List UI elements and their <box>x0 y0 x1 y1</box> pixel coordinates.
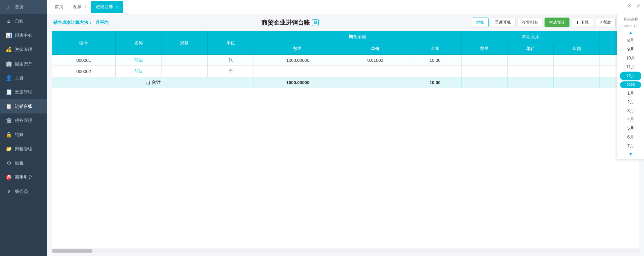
sidebar-item-reports[interactable]: 📊 报表中心 <box>0 28 47 43</box>
sidebar-item-label: 发票管理 <box>15 89 32 95</box>
month-item-8[interactable]: 8月 <box>617 36 644 45</box>
col-in-qty: 数量 <box>461 43 507 55</box>
month-item-12[interactable]: 12月 <box>620 72 641 80</box>
month-item-2023-4[interactable]: 4月 <box>617 115 644 124</box>
month-nav-down[interactable]: ▼ <box>617 150 644 158</box>
month-panel-title: 月份选择 <box>623 16 638 23</box>
cell-code: 000002 <box>52 66 116 77</box>
tab-home-label: 首页 <box>55 4 63 10</box>
reconcile-button[interactable]: 对账 <box>472 18 489 27</box>
home-icon: ⌂ <box>5 4 12 10</box>
sidebar-item-funds[interactable]: 💰 资金管理 <box>0 43 47 57</box>
sidebar-item-archive[interactable]: 📁 归档管理 <box>0 142 47 156</box>
total-row: 📊 合计 1000.00000 10.00 <box>52 77 639 88</box>
inventory-table-container: 编号 名称 规格 单位 期初余额 本期入库 数 数量 单价 金额 数量 单价 <box>52 31 639 248</box>
sidebar-item-member[interactable]: V 畅会员 <box>0 184 47 199</box>
sidebar-item-close-accounts[interactable]: 🔒 结账 <box>0 128 47 142</box>
cell-in-amount <box>554 55 600 66</box>
col-code: 编号 <box>52 31 116 55</box>
sidebar-item-home[interactable]: ⌂ 首页 <box>0 0 47 14</box>
sidebar-item-inventory[interactable]: 📋 进销台账 <box>0 99 47 113</box>
table-row[interactable]: 000002 前缸 个 <box>52 66 639 77</box>
cell-spec <box>162 66 208 77</box>
month-item-10[interactable]: 10月 <box>617 54 644 62</box>
cell-opening-qty <box>254 66 342 77</box>
total-opening-amount: 10.00 <box>409 77 461 88</box>
sidebar-item-invoice-mgmt[interactable]: 🧾 发票管理 <box>0 85 47 99</box>
cost-method: 销售成本计算方法： 月平均 <box>52 20 109 26</box>
member-icon: V <box>5 189 12 194</box>
sidebar-item-label: 进销台账 <box>15 103 32 109</box>
col-in-price: 单价 <box>507 43 554 55</box>
col-opening-qty: 数量 <box>254 43 342 55</box>
tab-inventory-close[interactable]: × <box>116 5 118 9</box>
cell-spec <box>162 55 208 66</box>
sidebar-item-ledger[interactable]: ≡ 总账 <box>0 14 47 28</box>
total-in-price <box>507 77 554 88</box>
month-item-2023-3[interactable]: 3月 <box>617 106 644 115</box>
month-item-11[interactable]: 11月 <box>617 62 644 71</box>
reports-icon: 📊 <box>5 32 12 39</box>
col-name: 名称 <box>115 31 162 55</box>
total-label-cell: 📊 合计 <box>52 77 254 88</box>
cell-opening-amount <box>409 66 461 77</box>
tab-invoice-close[interactable]: × <box>84 5 86 9</box>
save-alias-button[interactable]: 存货别名 <box>518 18 543 27</box>
col-opening-price: 单价 <box>342 43 409 55</box>
cell-opening-qty: 1000.00000 <box>254 55 342 66</box>
tab-inventory-label: 进销台账 <box>96 4 113 10</box>
cell-in-qty <box>461 55 507 66</box>
month-item-2023-7[interactable]: 7月 <box>617 142 644 150</box>
reopen-button[interactable]: 重新开账 <box>491 18 516 27</box>
help-button[interactable]: ? 帮助 <box>595 18 616 27</box>
sidebar-item-label: 工资 <box>15 75 24 81</box>
sidebar-item-assets[interactable]: 🏢 固定资产 <box>0 57 47 71</box>
sidebar-item-settings[interactable]: ⚙ 设置 <box>0 156 47 170</box>
download-button[interactable]: ⬇ 下载 <box>572 18 593 27</box>
total-opening-qty: 1000.00000 <box>254 77 342 88</box>
salary-icon: 👤 <box>5 75 12 81</box>
cell-unit: 只 <box>208 55 254 66</box>
month-nav-up[interactable]: ▲ <box>617 29 644 36</box>
cell-opening-price <box>342 66 409 77</box>
total-in-qty <box>461 77 507 88</box>
col-spec: 规格 <box>162 31 208 55</box>
generate-voucher-button[interactable]: 生成凭证 <box>545 18 569 27</box>
scrollbar-thumb[interactable] <box>52 249 92 253</box>
month-item-2023-5[interactable]: 5月 <box>617 124 644 133</box>
month-item-2023-1[interactable]: 1月 <box>617 89 644 98</box>
maximize-window-button[interactable]: ⤢ <box>635 3 641 9</box>
close-accounts-icon: 🔒 <box>5 132 12 138</box>
title-icon[interactable]: 目 <box>312 19 319 26</box>
tab-home[interactable]: 首页 <box>50 1 68 13</box>
download-icon: ⬇ <box>576 20 579 25</box>
tab-invoice[interactable]: 发票 × <box>68 1 91 13</box>
month-item-2023-6[interactable]: 6月 <box>617 133 644 142</box>
sidebar-item-guide[interactable]: 🎯 新手引导 <box>0 170 47 184</box>
col-unit: 单位 <box>208 31 254 55</box>
sidebar-item-label: 设置 <box>15 160 24 166</box>
sidebar-item-salary[interactable]: 👤 工资 <box>0 71 47 85</box>
month-item-2023-2[interactable]: 2月 <box>617 98 644 106</box>
close-window-button[interactable]: ✕ <box>626 3 633 9</box>
cell-name: 前缸 <box>115 55 162 66</box>
table-row[interactable]: 000001 前缸 只 1000.00000 0.01000 10.00 <box>52 55 639 66</box>
sidebar-item-tax[interactable]: 🏦 税务管理 <box>0 113 47 128</box>
sidebar-item-label: 资金管理 <box>15 47 32 53</box>
page-title: 商贸企业进销台账 <box>261 19 310 27</box>
horizontal-scrollbar[interactable] <box>52 249 639 253</box>
col-in-amount: 金额 <box>554 43 600 55</box>
invoice-mgmt-icon: 🧾 <box>5 89 12 95</box>
total-in-amount <box>554 77 600 88</box>
col-group-in: 本期入库 <box>461 31 600 43</box>
window-controls: ✕ ⤢ <box>626 3 641 9</box>
assets-icon: 🏢 <box>5 61 12 67</box>
cell-code: 000001 <box>52 55 116 66</box>
action-buttons: 对账 重新开账 存货别名 生成凭证 ⬇ 下载 ? 帮助 <box>472 18 639 27</box>
inventory-table: 编号 名称 规格 单位 期初余额 本期入库 数 数量 单价 金额 数量 单价 <box>52 31 639 88</box>
cell-name: 前缸 <box>115 66 162 77</box>
sidebar: ⌂ 首页 ≡ 总账 📊 报表中心 💰 资金管理 🏢 固定资产 👤 工资 🧾 发票… <box>0 0 47 256</box>
cell-unit: 个 <box>208 66 254 77</box>
tab-inventory[interactable]: 进销台账 × <box>91 1 123 13</box>
month-item-9[interactable]: 9月 <box>617 45 644 54</box>
